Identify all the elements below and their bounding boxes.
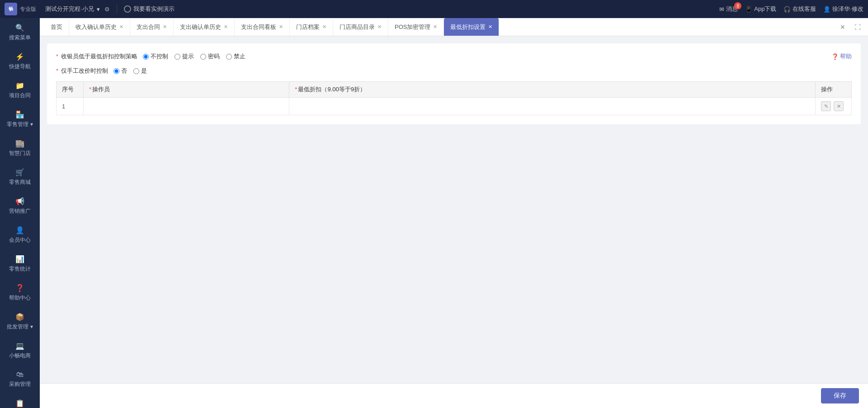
messages-button[interactable]: ✉ 消息 8 (719, 5, 738, 13)
chevron-down-icon: ▾ (97, 6, 100, 13)
table-row: 1 ✎ ✕ (57, 98, 852, 115)
inventory-icon: 📋 (15, 399, 24, 408)
user-label: 徐泽华·修改 (832, 5, 863, 13)
tab-home[interactable]: 首页 (44, 18, 69, 36)
maximize-tab-button[interactable]: ⛶ (852, 23, 863, 32)
service-button[interactable]: 🎧 在线客服 (783, 5, 816, 13)
sidebar-item-search[interactable]: 🔍 搜索菜单 (0, 18, 40, 47)
tab-min-discount[interactable]: 最低折扣设置 ✕ (444, 18, 499, 36)
close-tab-min-discount[interactable]: ✕ (488, 24, 492, 30)
purchase-icon: 🛍 (16, 370, 24, 379)
sidebar-label-batch: 批发管理 ▾ (7, 323, 33, 331)
logo-text: 专业版 (20, 5, 36, 13)
messages-badge: 8 (734, 2, 741, 9)
sidebar-label-shortcuts: 快捷导航 (9, 63, 31, 70)
discount-table-wrapper: 序号 *操作员 *最低折扣（9.00等于9折） 操作 (56, 81, 852, 115)
radio-yes[interactable]: 是 (133, 67, 147, 75)
tab-label-payment-board: 支出合同看板 (241, 23, 276, 31)
col-header-action: 操作 (816, 82, 852, 98)
tab-label-store-archive: 门店档案 (296, 23, 320, 31)
sidebar-item-shortcuts[interactable]: ⚡ 快捷导航 (0, 47, 40, 76)
save-button[interactable]: 保存 (821, 388, 859, 403)
project-selector[interactable]: 测试分开完程·小兄 ▾ (45, 5, 100, 13)
close-tab-pos-password[interactable]: ✕ (433, 24, 437, 30)
tab-store-archive[interactable]: 门店档案 ✕ (290, 18, 333, 36)
close-tab-button[interactable]: ✕ (837, 23, 848, 32)
tab-bar-actions: ✕ ⛶ (837, 23, 863, 32)
cell-discount (289, 98, 816, 115)
delete-button[interactable]: ✕ (834, 101, 844, 111)
radio-prompt[interactable]: 提示 (175, 52, 194, 61)
sidebar: 🔍 搜索菜单 ⚡ 快捷导航 📁 项目合同 🏪 零售管理 ▾ 🏬 智慧门店 🛒 零… (0, 18, 40, 408)
message-icon: ✉ (719, 6, 724, 13)
batch-icon: 📦 (15, 313, 24, 321)
sidebar-item-members[interactable]: 👤 会员中心 (0, 220, 40, 249)
tab-pos-password[interactable]: POS加密管理 ✕ (388, 18, 444, 36)
members-icon: 👤 (15, 226, 24, 234)
sidebar-label-projects: 项目合同 (9, 92, 31, 99)
retail-stats-icon: 📊 (15, 255, 24, 263)
sidebar-label-ecommerce: 小畅电商 (9, 352, 31, 360)
save-bar: 保存 (40, 383, 868, 408)
tab-label-income-history: 收入确认单历史 (75, 23, 117, 31)
circle-icon (124, 5, 131, 13)
table-header-row: 序号 *操作员 *最低折扣（9.00等于9折） 操作 (57, 82, 852, 98)
sidebar-item-retail-stats[interactable]: 📊 零售统计 (0, 249, 40, 278)
required-star-2: * (56, 67, 58, 74)
help-link[interactable]: ❓ 帮助 (831, 52, 852, 61)
tab-payment-contract[interactable]: 支出合同 ✕ (130, 18, 174, 36)
page-card: * 收银员低于最低折扣控制策略 不控制 提示 (47, 43, 861, 124)
sidebar-item-ecommerce[interactable]: 💻 小畅电商 (0, 336, 40, 365)
sidebar-item-inventory[interactable]: 📋 库存核算 (0, 394, 40, 408)
cell-operator (84, 98, 289, 115)
close-tab-payment-confirm-history[interactable]: ✕ (224, 24, 228, 30)
sidebar-item-retail[interactable]: 🏪 零售管理 ▾ (0, 105, 40, 134)
sidebar-item-marketing[interactable]: 📢 营销推广 (0, 192, 40, 220)
tab-label-payment-contract: 支出合同 (137, 23, 160, 31)
demo-link[interactable]: 我要看实例演示 (124, 5, 175, 13)
page-content: * 收银员低于最低折扣控制策略 不控制 提示 (40, 36, 868, 383)
settings-icon[interactable]: ⚙ (104, 6, 110, 13)
sidebar-label-retail: 零售管理 ▾ (7, 121, 33, 128)
sidebar-label-online-store: 零售商城 (9, 178, 31, 186)
tab-payment-confirm-history[interactable]: 支出确认单历史 ✕ (174, 18, 235, 36)
radio-no[interactable]: 否 (113, 67, 127, 75)
action-buttons: ✎ ✕ (821, 101, 846, 111)
close-tab-store-products[interactable]: ✕ (377, 24, 382, 30)
tab-store-products[interactable]: 门店商品目录 ✕ (333, 18, 388, 36)
close-tab-payment-contract[interactable]: ✕ (163, 24, 167, 30)
sidebar-label-smart-store: 智慧门店 (9, 150, 31, 157)
service-label: 在线客服 (793, 5, 816, 13)
phone-icon: 📱 (745, 6, 752, 13)
user-button[interactable]: 👤 徐泽华·修改 (823, 5, 863, 13)
logo: 畅 专业版 (5, 3, 41, 15)
close-tab-income-history[interactable]: ✕ (119, 24, 123, 30)
manual-label: * 仅手工改价时控制 (56, 67, 108, 75)
radio-forbid[interactable]: 禁止 (226, 52, 245, 61)
app-label: App下载 (754, 5, 776, 13)
retail-icon: 🏪 (15, 110, 24, 119)
sidebar-item-projects[interactable]: 📁 项目合同 (0, 76, 40, 105)
sidebar-label-purchase: 采购管理 (9, 380, 31, 388)
marketing-icon: 📢 (15, 197, 24, 206)
topbar-right: ✉ 消息 8 📱 App下载 🎧 在线客服 👤 徐泽华·修改 (719, 5, 863, 13)
edit-button[interactable]: ✎ (821, 101, 831, 111)
tab-income-history[interactable]: 收入确认单历史 ✕ (69, 18, 130, 36)
sidebar-item-batch[interactable]: 📦 批发管理 ▾ (0, 307, 40, 336)
sidebar-item-smart-store[interactable]: 🏬 智慧门店 (0, 134, 40, 163)
radio-no-control[interactable]: 不控制 (143, 52, 168, 61)
app-download-button[interactable]: 📱 App下载 (745, 5, 776, 13)
radio-password[interactable]: 密码 (200, 52, 220, 61)
close-tab-store-archive[interactable]: ✕ (322, 24, 326, 30)
tab-payment-board[interactable]: 支出合同看板 ✕ (235, 18, 290, 36)
policy-radio-group: 不控制 提示 密码 禁止 (143, 52, 245, 61)
sidebar-label-marketing: 营销推广 (9, 207, 31, 215)
sidebar-item-help[interactable]: ❓ 帮助中心 (0, 278, 40, 307)
user-avatar: 👤 (823, 6, 830, 13)
close-tab-payment-board[interactable]: ✕ (279, 24, 283, 30)
manual-row: * 仅手工改价时控制 否 是 (56, 67, 852, 75)
tab-label-home: 首页 (51, 23, 62, 31)
sidebar-item-purchase[interactable]: 🛍 采购管理 (0, 365, 40, 394)
sidebar-item-online-store[interactable]: 🛒 零售商城 (0, 163, 40, 192)
ecommerce-icon: 💻 (15, 342, 24, 350)
